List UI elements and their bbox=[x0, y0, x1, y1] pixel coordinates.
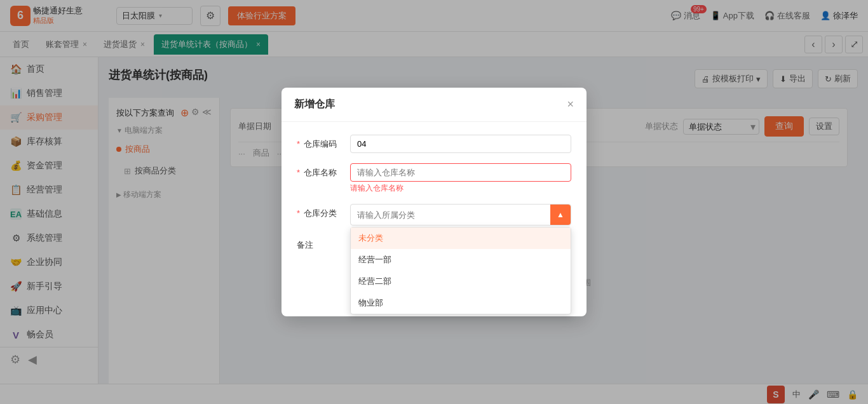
modal-overlay[interactable]: 新增仓库 × * 仓库编码 * 仓库名称 bbox=[0, 0, 868, 404]
dropdown-item-ops1[interactable]: 经营一部 bbox=[351, 249, 571, 271]
name-input[interactable] bbox=[350, 163, 571, 182]
dropdown-item-ops2[interactable]: 经营二部 bbox=[351, 271, 571, 292]
category-dropdown-list: 未分类 经营一部 经营二部 物业部 bbox=[350, 227, 571, 314]
modal-header: 新增仓库 × bbox=[281, 88, 587, 122]
form-row-category: * 仓库分类 ▲ 未分类 经营一部 经营二部 物业部 bbox=[297, 204, 571, 226]
modal-title: 新增仓库 bbox=[294, 98, 335, 111]
category-label: * 仓库分类 bbox=[297, 204, 342, 219]
modal-close-btn[interactable]: × bbox=[567, 98, 574, 111]
modal-body: * 仓库编码 * 仓库名称 请输入仓库名称 bbox=[281, 122, 587, 277]
form-row-code: * 仓库编码 bbox=[297, 135, 571, 153]
add-warehouse-modal: 新增仓库 × * 仓库编码 * 仓库名称 bbox=[281, 88, 587, 316]
name-error-msg: 请输入仓库名称 bbox=[350, 183, 571, 194]
notes-label: 备注 bbox=[297, 236, 342, 251]
dropdown-item-property[interactable]: 物业部 bbox=[351, 292, 571, 314]
code-input[interactable] bbox=[350, 135, 571, 153]
code-label: * 仓库编码 bbox=[297, 135, 342, 150]
name-label: * 仓库名称 bbox=[297, 163, 342, 178]
category-dropdown: ▲ 未分类 经营一部 经营二部 物业部 bbox=[350, 204, 571, 226]
category-dropdown-toggle[interactable]: ▲ bbox=[550, 205, 571, 225]
dropdown-item-unclassified[interactable]: 未分类 bbox=[351, 227, 571, 249]
category-input[interactable] bbox=[351, 206, 550, 224]
form-row-name: * 仓库名称 请输入仓库名称 bbox=[297, 163, 571, 194]
